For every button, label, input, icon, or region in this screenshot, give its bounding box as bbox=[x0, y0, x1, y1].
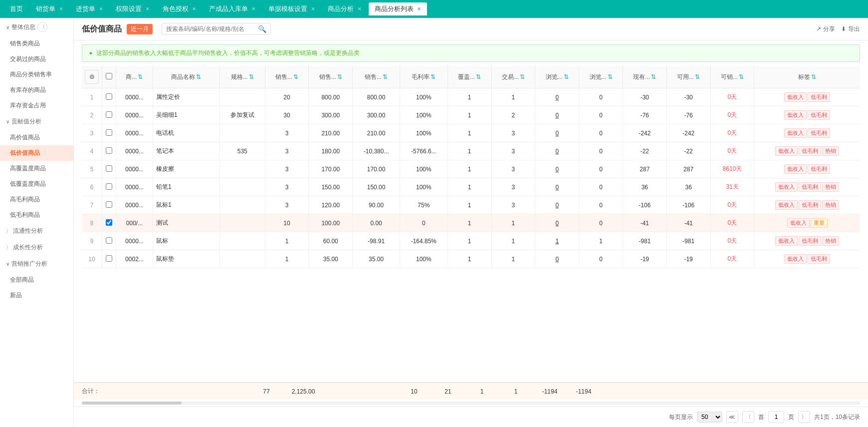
sidebar-item-new-products[interactable]: 新品 bbox=[0, 288, 73, 303]
page-size-select[interactable]: 50 100 bbox=[697, 412, 722, 423]
nav-analysis[interactable]: 商品分析 × bbox=[322, 2, 367, 15]
next-page-btn[interactable]: 〉 bbox=[798, 411, 810, 423]
sort-icon[interactable]: ⇅ bbox=[196, 73, 201, 80]
sidebar-item-high-margin[interactable]: 高毛利商品 bbox=[0, 192, 73, 207]
row-checkbox[interactable] bbox=[106, 129, 112, 136]
horizontal-scrollbar[interactable] bbox=[82, 402, 860, 405]
nav-template[interactable]: 单据模板设置 × bbox=[262, 2, 321, 15]
sidebar-item-sales-products[interactable]: 销售类商品 bbox=[0, 36, 73, 51]
table-container[interactable]: ⚙ 商...⇅ 商品名称⇅ 规格...⇅ 销售...⇅ 销售...⇅ 销售...… bbox=[74, 66, 868, 382]
row-checkbox-cell[interactable] bbox=[102, 214, 116, 232]
search-icon[interactable]: 🔍 bbox=[258, 25, 266, 33]
row-checkbox[interactable] bbox=[106, 93, 112, 100]
col-checkbox[interactable] bbox=[102, 66, 116, 88]
row-checkbox[interactable] bbox=[106, 183, 112, 190]
sort-icon[interactable]: ⇅ bbox=[383, 73, 388, 80]
view-count-link[interactable]: 0 bbox=[555, 148, 559, 155]
close-icon[interactable]: × bbox=[358, 5, 362, 12]
search-input[interactable] bbox=[166, 25, 256, 32]
sort-icon[interactable]: ⇅ bbox=[293, 73, 298, 80]
view-count-link[interactable]: 0 bbox=[555, 256, 559, 263]
sidebar-item-category-rate[interactable]: 商品分类销售率 bbox=[0, 67, 73, 82]
sort-icon[interactable]: ⇅ bbox=[249, 73, 254, 80]
tag-label: 低收入 bbox=[775, 146, 798, 156]
sidebar-item-traded-products[interactable]: 交易过的商品 bbox=[0, 51, 73, 67]
view-count-link[interactable]: 0 bbox=[555, 220, 559, 227]
sidebar-group-marketing[interactable]: ∨ 营销推广分析 bbox=[0, 256, 73, 272]
sidebar-item-all-products[interactable]: 全部商品 bbox=[0, 272, 73, 288]
view-count-link[interactable]: 0 bbox=[555, 112, 559, 119]
row-checkbox[interactable] bbox=[106, 237, 112, 244]
sidebar-group-contribution[interactable]: ∨ 贡献值分析 bbox=[0, 113, 73, 130]
nav-permission[interactable]: 权限设置 × bbox=[110, 2, 155, 15]
sidebar-item-low-value[interactable]: 低价值商品 bbox=[0, 145, 73, 161]
sidebar-item-stock-capital[interactable]: 库存资金占用 bbox=[0, 98, 73, 113]
prev-page-btn[interactable]: 〈 bbox=[742, 411, 754, 423]
close-icon[interactable]: × bbox=[59, 5, 63, 12]
close-icon[interactable]: × bbox=[99, 5, 103, 12]
sort-icon[interactable]: ⇅ bbox=[138, 73, 143, 80]
row-checkbox-cell[interactable] bbox=[102, 178, 116, 196]
scrollbar-thumb[interactable] bbox=[82, 402, 182, 405]
row-checkbox-cell[interactable] bbox=[102, 106, 116, 124]
close-icon[interactable]: × bbox=[252, 5, 256, 12]
view-count-link[interactable]: 0 bbox=[555, 130, 559, 137]
view-count-link[interactable]: 1 bbox=[555, 238, 559, 245]
first-page-btn[interactable]: ≪ bbox=[726, 411, 738, 423]
view-count-link[interactable]: 0 bbox=[555, 166, 559, 173]
row-checkbox-cell[interactable] bbox=[102, 196, 116, 214]
row-checkbox-cell[interactable] bbox=[102, 160, 116, 178]
sort-icon[interactable]: ⇅ bbox=[431, 73, 435, 80]
sort-icon[interactable]: ⇅ bbox=[337, 73, 342, 80]
close-icon[interactable]: × bbox=[417, 5, 421, 12]
nav-home[interactable]: 首页 bbox=[4, 2, 29, 15]
sidebar-group-growth[interactable]: 〉 成长性分析 bbox=[0, 239, 73, 256]
nav-purchase[interactable]: 进货单 × bbox=[70, 2, 109, 15]
close-icon[interactable]: × bbox=[192, 5, 196, 12]
sort-icon[interactable]: ⇅ bbox=[651, 73, 656, 80]
sidebar-group-circulation[interactable]: 〉 流通性分析 bbox=[0, 223, 73, 239]
col-settings[interactable]: ⚙ bbox=[82, 66, 102, 88]
page-input[interactable] bbox=[768, 411, 784, 423]
nav-analysis-list[interactable]: 商品分析列表 × bbox=[369, 2, 427, 15]
row-checkbox[interactable] bbox=[106, 219, 112, 226]
sort-icon[interactable]: ⇅ bbox=[476, 73, 481, 80]
view-count-link[interactable]: 0 bbox=[555, 184, 559, 191]
sidebar-item-low-coverage[interactable]: 低覆盖度商品 bbox=[0, 176, 73, 192]
sidebar-group-overall[interactable]: ∨ 整体信息 《 bbox=[0, 18, 73, 36]
close-icon[interactable]: × bbox=[311, 5, 315, 12]
row-checkbox[interactable] bbox=[106, 255, 112, 262]
close-icon[interactable]: × bbox=[146, 5, 150, 12]
row-checkbox-cell[interactable] bbox=[102, 250, 116, 268]
nav-sales[interactable]: 销货单 × bbox=[30, 2, 69, 15]
sidebar-item-high-coverage[interactable]: 高覆盖度商品 bbox=[0, 161, 73, 176]
row-checkbox[interactable] bbox=[106, 147, 112, 154]
export-btn[interactable]: ⬇ 导出 bbox=[841, 25, 860, 33]
collapse-icon[interactable]: 《 bbox=[37, 22, 47, 32]
row-checkbox-cell[interactable] bbox=[102, 142, 116, 160]
view-count-link[interactable]: 0 bbox=[555, 94, 559, 101]
sidebar-item-stock-products[interactable]: 有库存的商品 bbox=[0, 82, 73, 98]
row-checkbox[interactable] bbox=[106, 165, 112, 172]
share-btn[interactable]: ↗ 分享 bbox=[816, 25, 835, 33]
sort-icon[interactable]: ⇅ bbox=[608, 73, 613, 80]
row-checkbox[interactable] bbox=[106, 201, 112, 208]
sort-icon[interactable]: ⇅ bbox=[564, 73, 569, 80]
gear-icon[interactable]: ⚙ bbox=[85, 70, 99, 84]
sidebar-item-high-value[interactable]: 高价值商品 bbox=[0, 130, 73, 145]
sidebar-item-low-margin[interactable]: 低毛利商品 bbox=[0, 207, 73, 223]
view-count-link[interactable]: 0 bbox=[555, 202, 559, 209]
nav-product-in[interactable]: 产成品入库单 × bbox=[203, 2, 261, 15]
nav-role[interactable]: 角色授权 × bbox=[157, 2, 202, 15]
row-checkbox-cell[interactable] bbox=[102, 88, 116, 106]
select-all-checkbox[interactable] bbox=[106, 73, 112, 79]
row-checkbox-cell[interactable] bbox=[102, 124, 116, 142]
sort-icon[interactable]: ⇅ bbox=[739, 73, 744, 80]
sort-icon[interactable]: ⇅ bbox=[695, 73, 700, 80]
sort-icon[interactable]: ⇅ bbox=[520, 73, 525, 80]
row-checkbox-cell[interactable] bbox=[102, 232, 116, 250]
row-name-cell: 笔记本 bbox=[153, 142, 219, 160]
sort-icon[interactable]: ⇅ bbox=[811, 73, 816, 80]
time-filter-btn[interactable]: 近一月 bbox=[127, 24, 153, 34]
row-checkbox[interactable] bbox=[106, 111, 112, 118]
